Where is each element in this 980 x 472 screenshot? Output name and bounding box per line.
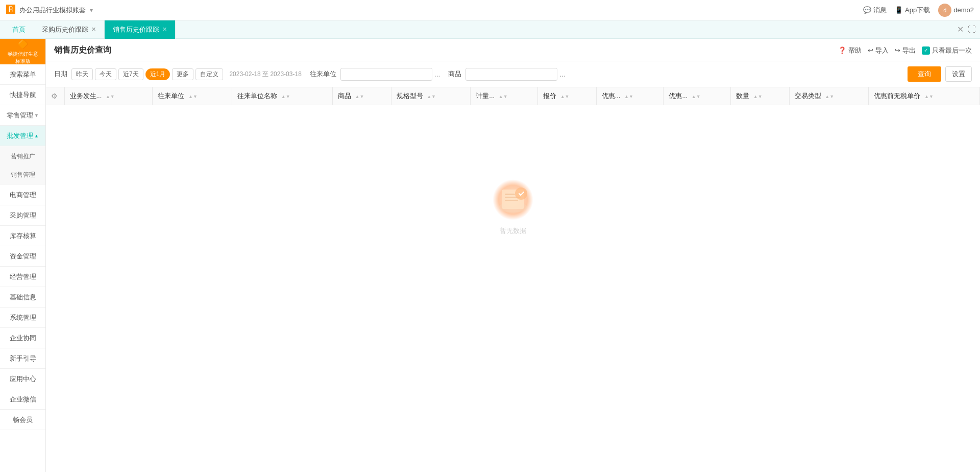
sort-price-icon[interactable]: ▲▼ bbox=[560, 95, 570, 99]
date-btn-7days[interactable]: 近7天 bbox=[118, 68, 143, 80]
partner-input-group: ... bbox=[340, 68, 440, 81]
page-actions: ❓ 帮助 ↩ 导入 ↪ 导出 ✓ 只看最后一次 bbox=[838, 46, 972, 55]
sidebar-item-search[interactable]: 搜索菜单 bbox=[0, 64, 45, 85]
query-button[interactable]: 查询 bbox=[908, 66, 941, 82]
col-partner-name: 往来单位名称 ▲▼ bbox=[232, 87, 333, 105]
sort-partner-name-icon[interactable]: ▲▼ bbox=[281, 95, 290, 99]
top-bar-left: 🅱 办公用品行业模拟账套 ▾ bbox=[6, 5, 93, 15]
date-btn-more[interactable]: 更多 bbox=[172, 68, 193, 80]
sidebar-item-quicknav[interactable]: 快捷导航 bbox=[0, 85, 45, 105]
date-btn-1month[interactable]: 近1月 bbox=[145, 68, 170, 80]
col-qty: 数量 ▲▼ bbox=[731, 87, 790, 105]
date-btn-yesterday[interactable]: 昨天 bbox=[71, 68, 93, 80]
top-bar-right: 💬 消息 📱 App下载 d demo2 bbox=[863, 4, 974, 17]
tab-home[interactable]: 首页 bbox=[4, 20, 34, 39]
content-area: 销售历史价查询 ❓ 帮助 ↩ 导入 ↪ 导出 ✓ 只看最后一次 bbox=[46, 39, 980, 472]
sort-qty-icon[interactable]: ▲▼ bbox=[753, 95, 763, 99]
sidebar-item-ecommerce[interactable]: 电商管理 bbox=[0, 185, 45, 205]
main-layout: 🔶 畅捷信好生意 标准版 搜索菜单 快捷导航 零售管理 ▼ 批发管理 ▲ 营销推… bbox=[0, 39, 980, 472]
sidebar-sub-item-marketing[interactable]: 营销推广 bbox=[0, 147, 45, 166]
sort-unit-icon[interactable]: ▲▼ bbox=[499, 95, 508, 99]
page-header: 销售历史价查询 ❓ 帮助 ↩ 导入 ↪ 导出 ✓ 只看最后一次 bbox=[46, 39, 980, 61]
col-type: 交易类型 ▲▼ bbox=[789, 87, 869, 105]
col-partner-code: 往来单位 ▲▼ bbox=[153, 87, 232, 105]
col-unit: 计量... ▲▼ bbox=[471, 87, 538, 105]
sort-pretax-icon[interactable]: ▲▼ bbox=[924, 95, 934, 99]
sort-discount2-icon[interactable]: ▲▼ bbox=[692, 95, 701, 99]
sort-type-icon[interactable]: ▲▼ bbox=[825, 95, 834, 99]
app-download-btn[interactable]: 📱 App下载 bbox=[895, 6, 930, 15]
page-title: 销售历史价查询 bbox=[54, 45, 111, 56]
goods-input[interactable] bbox=[465, 68, 557, 81]
close-tab2-icon[interactable]: ✕ bbox=[162, 26, 167, 33]
logo-icon: 🅱 bbox=[6, 5, 15, 15]
sidebar-item-basic-info[interactable]: 基础信息 bbox=[0, 287, 45, 308]
export-btn[interactable]: ↪ 导出 bbox=[895, 46, 916, 55]
svg-rect-2 bbox=[505, 194, 515, 195]
sidebar-logo-icon: 🔶 bbox=[17, 39, 29, 50]
maximize-btn[interactable]: ⛶ bbox=[968, 25, 976, 34]
expand-icon: ▼ bbox=[34, 113, 39, 118]
sidebar-item-wholesale[interactable]: 批发管理 ▲ bbox=[0, 126, 45, 146]
sort-date-icon[interactable]: ▲▼ bbox=[106, 95, 115, 99]
sidebar-item-appcenter[interactable]: 应用中心 bbox=[0, 369, 45, 389]
sidebar-item-finance[interactable]: 资金管理 bbox=[0, 246, 45, 267]
sidebar-item-system[interactable]: 系统管理 bbox=[0, 308, 45, 328]
collapse-icon: ▲ bbox=[34, 133, 39, 138]
sidebar: 🔶 畅捷信好生意 标准版 搜索菜单 快捷导航 零售管理 ▼ 批发管理 ▲ 营销推… bbox=[0, 39, 46, 472]
sort-partner-code-icon[interactable]: ▲▼ bbox=[188, 95, 198, 99]
sort-discount1-icon[interactable]: ▲▼ bbox=[624, 95, 633, 99]
date-btn-custom[interactable]: 自定义 bbox=[195, 68, 223, 80]
date-filter-group: 日期 昨天 今天 近7天 近1月 更多 自定义 2023-02-18 至 202… bbox=[54, 68, 302, 80]
date-buttons: 昨天 今天 近7天 近1月 更多 自定义 bbox=[71, 68, 223, 80]
message-btn[interactable]: 💬 消息 bbox=[863, 6, 887, 15]
partner-dots[interactable]: ... bbox=[434, 70, 440, 78]
sidebar-item-wechat[interactable]: 企业微信 bbox=[0, 389, 45, 410]
sidebar-item-purchase[interactable]: 采购管理 bbox=[0, 205, 45, 226]
message-icon: 💬 bbox=[863, 6, 871, 14]
partner-input[interactable] bbox=[340, 68, 432, 81]
goods-dots[interactable]: ... bbox=[559, 70, 566, 78]
goods-input-group: ... bbox=[465, 68, 566, 81]
tab-bar-actions: ✕ ⛶ bbox=[957, 25, 976, 34]
sort-spec-icon[interactable]: ▲▼ bbox=[427, 95, 436, 99]
dropdown-arrow-icon[interactable]: ▾ bbox=[90, 7, 93, 14]
svg-rect-4 bbox=[505, 200, 518, 201]
only-last-checkbox[interactable]: ✓ 只看最后一次 bbox=[922, 46, 972, 55]
sort-goods-icon[interactable]: ▲▼ bbox=[355, 95, 364, 99]
svg-point-5 bbox=[515, 187, 527, 200]
data-table: ⚙ 业务发生... ▲▼ 往来单位 ▲▼ 往来单位名称 ▲▼ 商品 ▲▼ bbox=[46, 87, 980, 310]
sidebar-sub-item-sales[interactable]: 销售管理 bbox=[0, 166, 45, 184]
sidebar-item-member[interactable]: 畅会员 bbox=[0, 410, 45, 430]
app-icon: 📱 bbox=[895, 6, 903, 14]
table-wrapper: ⚙ 业务发生... ▲▼ 往来单位 ▲▼ 往来单位名称 ▲▼ 商品 ▲▼ bbox=[46, 87, 980, 472]
sidebar-item-operations[interactable]: 经营管理 bbox=[0, 267, 45, 287]
user-avatar[interactable]: d demo2 bbox=[938, 4, 974, 17]
col-pretax-price: 优惠前无税单价 ▲▼ bbox=[869, 87, 980, 105]
sidebar-item-newuser[interactable]: 新手引导 bbox=[0, 348, 45, 369]
settings-button[interactable]: 设置 bbox=[945, 66, 972, 82]
col-settings: ⚙ bbox=[46, 87, 64, 105]
sidebar-section-wholesale: 营销推广 销售管理 bbox=[0, 146, 45, 185]
import-btn[interactable]: ↩ 导入 bbox=[868, 46, 889, 55]
filter-actions: 查询 设置 bbox=[908, 66, 972, 82]
date-btn-today[interactable]: 今天 bbox=[95, 68, 116, 80]
partner-label: 往来单位 bbox=[310, 69, 336, 79]
tab-sales-history[interactable]: 销售历史价跟踪 ✕ bbox=[105, 20, 176, 39]
empty-illustration bbox=[493, 179, 533, 220]
table-settings-icon[interactable]: ⚙ bbox=[51, 92, 58, 100]
sidebar-item-inventory[interactable]: 库存核算 bbox=[0, 226, 45, 246]
empty-text: 暂无数据 bbox=[500, 226, 526, 235]
col-discount1: 优惠... ▲▼ bbox=[596, 87, 664, 105]
sidebar-item-retail[interactable]: 零售管理 ▼ bbox=[0, 105, 45, 126]
close-all-tabs-btn[interactable]: ✕ bbox=[957, 25, 964, 34]
import-icon: ↩ bbox=[868, 46, 873, 54]
sidebar-item-enterprise[interactable]: 企业协同 bbox=[0, 328, 45, 348]
help-btn[interactable]: ❓ 帮助 bbox=[838, 46, 862, 55]
checkbox-icon: ✓ bbox=[922, 46, 930, 55]
tab-purchase-history[interactable]: 采购历史价跟踪 ✕ bbox=[34, 20, 105, 39]
partner-filter-group: 往来单位 ... bbox=[310, 68, 440, 81]
empty-state: 暂无数据 bbox=[46, 105, 980, 310]
date-label: 日期 bbox=[54, 69, 67, 79]
close-tab1-icon[interactable]: ✕ bbox=[91, 26, 96, 33]
